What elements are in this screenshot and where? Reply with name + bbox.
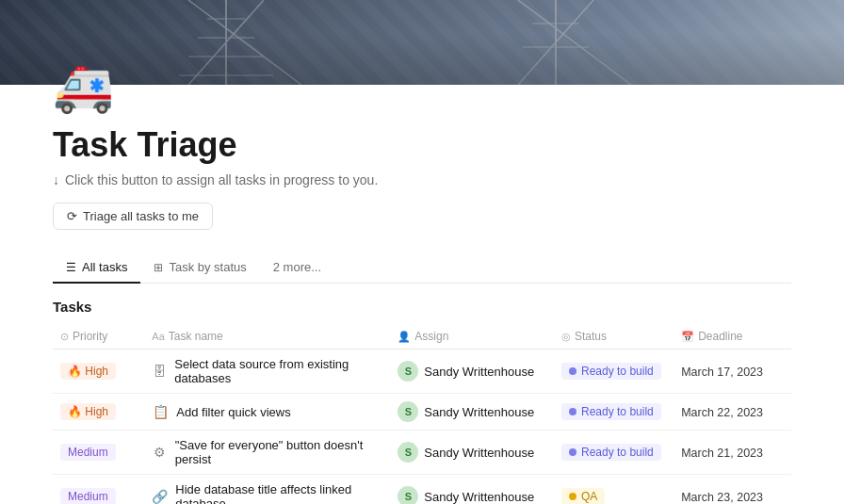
- svg-line-8: [518, 0, 593, 85]
- task-row-icon: ⚙: [152, 445, 167, 460]
- tab-status-icon: ⊞: [154, 261, 163, 274]
- status-dot: [569, 408, 576, 415]
- status-text: Ready to build: [581, 446, 654, 459]
- priority-cell: Medium: [53, 431, 144, 475]
- page-title: Task Triage: [53, 125, 791, 165]
- page-emoji: 🚑: [53, 58, 113, 116]
- col-header-assign: 👤 Assign: [390, 324, 554, 350]
- status-cell: Ready to build: [554, 350, 674, 394]
- priority-col-icon: ⊙: [60, 331, 69, 343]
- col-header-priority: ⊙ Priority: [53, 324, 144, 350]
- status-dot: [569, 367, 576, 375]
- deadline-cell: March 22, 2023: [674, 394, 791, 431]
- status-col-icon: ◎: [561, 331, 571, 343]
- assign-name: Sandy Writtenhouse: [424, 365, 534, 379]
- deadline-cell: March 23, 2023: [674, 475, 791, 505]
- tab-more[interactable]: 2 more...: [260, 252, 334, 284]
- status-cell: Ready to build: [554, 394, 674, 431]
- tab-all-tasks-icon: ☰: [66, 261, 76, 274]
- tab-task-by-status-label: Task by status: [169, 260, 246, 274]
- col-header-taskname: Aa Task name: [144, 324, 390, 350]
- page-content: 🚑 Task Triage ↓ Click this button to ass…: [0, 58, 844, 504]
- task-row-icon: 🗄: [152, 364, 167, 379]
- priority-col-label: Priority: [73, 330, 107, 343]
- task-table: ⊙ Priority Aa Task name 👤 Assign: [53, 324, 791, 504]
- status-text: QA: [581, 490, 597, 503]
- hero-banner: [0, 0, 844, 85]
- table-header-row: ⊙ Priority Aa Task name 👤 Assign: [53, 324, 791, 350]
- assign-cell: SSandy Writtenhouse: [390, 350, 554, 394]
- task-name-text: "Save for everyone" button doesn't persi…: [175, 438, 383, 466]
- table-section: Tasks ⊙ Priority Aa Task name: [53, 284, 791, 504]
- avatar: S: [398, 401, 418, 422]
- svg-line-0: [188, 0, 301, 85]
- deadline-text: March 17, 2023: [681, 366, 763, 379]
- table-row[interactable]: 🔥 High🗄Select data source from existing …: [53, 350, 791, 394]
- taskname-cell[interactable]: ⚙"Save for everyone" button doesn't pers…: [144, 431, 390, 475]
- triage-button-label: Triage all tasks to me: [83, 209, 199, 223]
- deadline-text: March 21, 2023: [681, 447, 763, 460]
- deadline-cell: March 21, 2023: [674, 431, 791, 475]
- status-cell: QA: [554, 475, 674, 505]
- assign-name: Sandy Writtenhouse: [424, 446, 534, 460]
- table-row[interactable]: Medium⚙"Save for everyone" button doesn'…: [53, 431, 791, 475]
- assign-col-label: Assign: [414, 330, 448, 343]
- task-row-icon: 🔗: [152, 489, 168, 504]
- deadline-col-label: Deadline: [698, 330, 742, 343]
- page-subtitle: ↓ Click this button to assign all tasks …: [53, 172, 791, 187]
- assign-cell: SSandy Writtenhouse: [390, 394, 554, 431]
- avatar: S: [398, 361, 418, 382]
- deadline-text: March 23, 2023: [681, 491, 763, 504]
- avatar: S: [398, 442, 418, 463]
- svg-line-1: [188, 0, 264, 85]
- status-cell: Ready to build: [554, 431, 674, 475]
- taskname-col-label: Task name: [169, 330, 223, 343]
- assign-name: Sandy Writtenhouse: [424, 490, 534, 504]
- priority-badge: 🔥 High: [60, 403, 116, 420]
- deadline-cell: March 17, 2023: [674, 350, 791, 394]
- avatar: S: [398, 486, 418, 504]
- tabs-bar: ☰ All tasks ⊞ Task by status 2 more...: [53, 252, 791, 284]
- col-header-status: ◎ Status: [554, 324, 674, 350]
- subtitle-text: Click this button to assign all tasks in…: [65, 172, 378, 187]
- taskname-cell[interactable]: 🔗Hide database title affects linked data…: [144, 475, 390, 505]
- priority-cell: 🔥 High: [53, 394, 144, 431]
- status-dot: [569, 493, 576, 500]
- status-dot: [569, 448, 576, 456]
- task-name-text: Hide database title affects linked datab…: [175, 482, 382, 504]
- tab-all-tasks-label: All tasks: [82, 260, 127, 274]
- subtitle-arrow: ↓: [53, 172, 59, 187]
- tab-all-tasks[interactable]: ☰ All tasks: [53, 252, 140, 284]
- task-row-icon: 📋: [152, 404, 169, 419]
- tab-task-by-status[interactable]: ⊞ Task by status: [140, 252, 259, 284]
- status-badge: QA: [561, 488, 605, 504]
- assign-col-icon: 👤: [398, 331, 411, 343]
- status-badge: Ready to build: [561, 403, 661, 420]
- taskname-cell[interactable]: 📋Add filter quick views: [144, 394, 390, 431]
- assign-cell: SSandy Writtenhouse: [390, 431, 554, 475]
- priority-badge: 🔥 High: [60, 363, 116, 380]
- status-col-label: Status: [575, 330, 607, 343]
- task-name-text: Select data source from existing databas…: [174, 357, 382, 385]
- table-row[interactable]: Medium🔗Hide database title affects linke…: [53, 475, 791, 505]
- taskname-cell[interactable]: 🗄Select data source from existing databa…: [144, 350, 390, 394]
- triage-icon: ⟳: [67, 209, 77, 223]
- task-name-text: Add filter quick views: [176, 405, 290, 419]
- status-text: Ready to build: [581, 405, 654, 418]
- deadline-col-icon: 📅: [681, 331, 694, 343]
- taskname-col-icon: Aa: [152, 331, 164, 342]
- table-row[interactable]: 🔥 High📋Add filter quick viewsSSandy Writ…: [53, 394, 791, 431]
- assign-cell: SSandy Writtenhouse: [390, 475, 554, 505]
- tab-more-label: 2 more...: [273, 260, 321, 274]
- priority-cell: Medium: [53, 475, 144, 505]
- table-title: Tasks: [53, 284, 791, 324]
- priority-badge: Medium: [60, 444, 116, 461]
- status-badge: Ready to build: [561, 444, 661, 461]
- status-badge: Ready to build: [561, 363, 661, 380]
- col-header-deadline: 📅 Deadline: [674, 324, 791, 350]
- deadline-text: March 22, 2023: [681, 406, 763, 419]
- svg-line-7: [518, 0, 631, 85]
- priority-badge: Medium: [60, 488, 116, 504]
- triage-button[interactable]: ⟳ Triage all tasks to me: [53, 203, 213, 230]
- status-text: Ready to build: [581, 365, 654, 378]
